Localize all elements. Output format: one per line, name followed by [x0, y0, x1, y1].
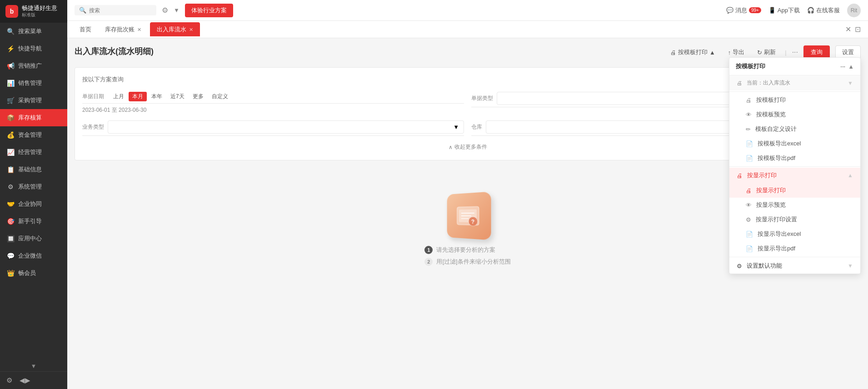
- date-tab-this-year[interactable]: 本年: [148, 92, 166, 101]
- tab-close-batch[interactable]: ✕: [137, 27, 141, 33]
- refresh-button[interactable]: ↻ 刷新: [753, 46, 779, 58]
- business-type-dropdown[interactable]: ▼: [108, 120, 464, 134]
- app-logo: b 畅捷通好生意 标准版: [0, 0, 67, 23]
- panel-default-function[interactable]: ⚙ 设置默认功能 ▼: [729, 258, 860, 274]
- date-tab-last-month[interactable]: 上月: [110, 92, 128, 101]
- date-control: 单据日期 上月 本月 本年 近7天 更多 自定义: [82, 90, 464, 104]
- template-pdf-icon: 📄: [746, 155, 753, 162]
- tab-close-flow[interactable]: ✕: [189, 27, 193, 33]
- window-maximize-icon[interactable]: ⊡: [855, 25, 861, 34]
- tab-inventory-batch[interactable]: 库存批次账 ✕: [98, 22, 148, 36]
- sidebar-item-sales[interactable]: 📊 销售管理: [0, 75, 67, 92]
- dropdown-more-icon[interactable]: ···: [840, 63, 845, 70]
- sidebar-item-wechat[interactable]: 💬 企业微信: [0, 247, 67, 264]
- sidebar-item-label: 畅会员: [18, 269, 36, 277]
- empty-icon: ?: [447, 192, 491, 240]
- print-icon: 🖨: [670, 49, 676, 56]
- sidebar-item-member[interactable]: 👑 畅会员: [0, 264, 67, 282]
- panel-display-preview[interactable]: 👁 按显示预览: [729, 198, 860, 212]
- refresh-label: 刷新: [764, 48, 776, 56]
- sidebar-item-basic[interactable]: 📋 基础信息: [0, 161, 67, 178]
- tab-home[interactable]: 首页: [75, 22, 96, 36]
- panel-display-print-header[interactable]: 🖨 按显示打印 ▲: [729, 168, 860, 183]
- panel-template-print[interactable]: 🖨 按模板打印: [729, 93, 860, 107]
- message-icon: 💬: [726, 7, 733, 14]
- panel-display-pdf[interactable]: 📄 按显示导出pdf: [729, 241, 860, 256]
- app-icon: 📱: [768, 7, 776, 14]
- tip-text-2: 用[过滤]条件来缩小分析范围: [436, 258, 510, 266]
- sidebar-item-quick-nav[interactable]: ⚡ 快捷导航: [0, 40, 67, 57]
- user-avatar[interactable]: Rit: [847, 4, 861, 17]
- date-tab-this-month[interactable]: 本月: [129, 92, 147, 101]
- panel-template-excel[interactable]: 📄 按模板导出excel: [729, 136, 860, 151]
- panel-template-custom[interactable]: ✏ 模板自定义设计: [729, 122, 860, 136]
- panel-template-pdf[interactable]: 📄 按模板导出pdf: [729, 151, 860, 165]
- panel-current[interactable]: 🖨 当前：出入库流水 ▼: [729, 75, 860, 90]
- sidebar-item-finance[interactable]: 💰 资金管理: [0, 126, 67, 144]
- collapse-label: 收起更多条件: [454, 143, 487, 151]
- display-settings-label: 按显示打印设置: [756, 215, 797, 224]
- sidebar-item-search[interactable]: 🔍 搜索菜单: [0, 23, 67, 40]
- sidebar-bottom: ⚙ ◀▶: [0, 371, 67, 389]
- template-excel-label: 按模板导出excel: [758, 140, 801, 148]
- window-close-icon[interactable]: ✕: [845, 25, 851, 34]
- inventory-flow-label: 出入库流水: [157, 25, 186, 34]
- display-excel-label: 按显示导出excel: [758, 230, 801, 238]
- search-box[interactable]: 🔍: [75, 5, 156, 15]
- default-function-arrow: ▼: [848, 263, 853, 269]
- topbar-chevron[interactable]: ▼: [174, 7, 180, 14]
- template-print-label: 按模板打印: [678, 48, 708, 56]
- home-tab-label: 首页: [80, 25, 91, 34]
- sidebar-item-collab[interactable]: 🤝 企业协同: [0, 195, 67, 213]
- template-print-button[interactable]: 🖨 按模板打印 ▲: [667, 46, 719, 58]
- guide-icon: 🎯: [6, 217, 15, 225]
- display-preview-label: 按显示预览: [756, 201, 786, 209]
- current-icon: 🖨: [737, 80, 742, 86]
- panel-display-excel[interactable]: 📄 按显示导出excel: [729, 227, 860, 241]
- app-download-button[interactable]: 📱 App下载: [768, 6, 800, 15]
- display-preview-icon: 👁: [746, 202, 752, 209]
- tip-num-1: 1: [424, 246, 433, 254]
- date-tab-more[interactable]: 更多: [189, 92, 207, 101]
- display-arrow: ▲: [848, 172, 853, 179]
- topbar: 🔍 ⚙ ▼ 体验行业方案 💬 消息 99+ 📱 App下载 🎧 在线客服 Rit: [67, 0, 868, 21]
- date-tab-7days[interactable]: 近7天: [167, 92, 188, 101]
- collapse-icon[interactable]: ◀▶: [20, 376, 30, 384]
- sidebar-item-system[interactable]: ⚙ 系统管理: [0, 178, 67, 195]
- panel-display-settings[interactable]: ⚙ 按显示打印设置: [729, 212, 860, 227]
- sidebar-item-marketing[interactable]: 📢 营销推广: [0, 57, 67, 75]
- sidebar-item-inventory[interactable]: 📦 库存核算: [0, 109, 67, 126]
- sidebar-item-label: 营销推广: [18, 62, 42, 70]
- settings-bottom-icon[interactable]: ⚙: [6, 376, 12, 384]
- inventory-icon: 📦: [6, 114, 15, 122]
- panel-template-preview[interactable]: 👁 按模板预览: [729, 107, 860, 122]
- message-button[interactable]: 💬 消息 99+: [726, 6, 761, 15]
- template-preview-label: 按模板预览: [756, 110, 786, 119]
- export-button[interactable]: ↑ 导出: [724, 46, 748, 58]
- date-tab-custom[interactable]: 自定义: [208, 92, 232, 101]
- sidebar-item-apps[interactable]: 🔲 应用中心: [0, 230, 67, 247]
- panel-display-print[interactable]: 🖨 按显示打印: [729, 183, 860, 198]
- template-custom-icon: ✏: [746, 126, 751, 133]
- purchase-icon: 🛒: [6, 96, 15, 105]
- sidebar-scroll-down[interactable]: ▼: [0, 361, 67, 371]
- settings-icon[interactable]: ⚙: [162, 6, 168, 15]
- search-input[interactable]: [89, 7, 148, 14]
- sidebar-item-operations[interactable]: 📈 经营管理: [0, 144, 67, 161]
- tab-inventory-flow[interactable]: 出入库流水 ✕: [150, 22, 200, 36]
- wechat-icon: 💬: [6, 252, 15, 260]
- more-icon[interactable]: ···: [792, 48, 798, 56]
- online-service-button[interactable]: 🎧 在线客服: [807, 6, 840, 15]
- dropdown-collapse-icon[interactable]: ▲: [848, 63, 854, 70]
- message-badge: 99+: [749, 7, 761, 13]
- default-function-label: 设置默认功能: [747, 262, 782, 270]
- sidebar-item-purchase[interactable]: 🛒 采购管理: [0, 92, 67, 109]
- trial-button[interactable]: 体验行业方案: [185, 4, 233, 17]
- refresh-icon: ↻: [757, 49, 762, 56]
- export-icon: ↑: [728, 49, 731, 56]
- date-tabs: 上月 本月 本年 近7天 更多 自定义: [110, 92, 232, 101]
- panel-divider-2: [729, 166, 860, 167]
- basic-icon: 📋: [6, 165, 15, 174]
- system-icon: ⚙: [6, 183, 15, 191]
- sidebar-item-guide[interactable]: 🎯 新手引导: [0, 213, 67, 230]
